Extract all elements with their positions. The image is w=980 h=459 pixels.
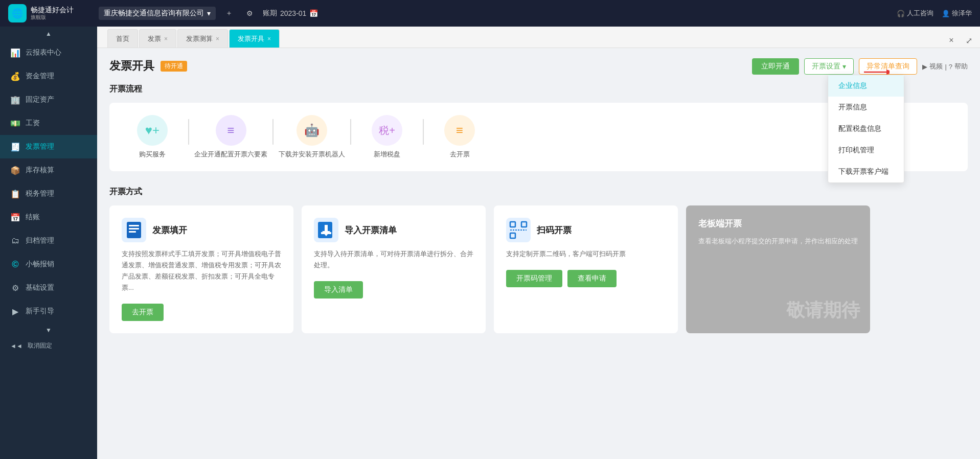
process-step-2: ≡ 企业开通配置开票六要素 [194,115,267,159]
process-step-3: 🤖 下载并安装开票机器人 [279,115,345,159]
top-bar: 🌐 畅捷通好会计 旗舰版 重庆畅捷交通信息咨询有限公司 ▾ ＋ ⚙ 账期 202… [0,0,980,27]
tab-invoice-issue[interactable]: 发票开具 × [229,29,280,48]
tab-invoice-issue-close[interactable]: × [267,35,271,42]
import-invoice-icon [314,218,338,242]
unpin-button[interactable]: ◄◄ 取消固定 [0,337,97,354]
process-step-4: 税+ 新增税盘 [356,115,418,159]
sidebar-scroll-down[interactable]: ▼ [0,323,97,337]
step5-icon: ≡ [444,115,475,146]
sidebar-item-xiao-report[interactable]: © 小畅报销 [0,253,97,276]
scan-invoice-title: 扫码开票 [537,224,572,236]
import-invoice-title: 导入开票清单 [345,224,397,236]
sidebar-item-cloud-report[interactable]: 📊 云报表中心 [0,41,97,64]
fixed-assets-icon: 🏢 [10,95,20,105]
tab-invoice-label: 发票 [148,34,161,43]
support-button[interactable]: 🎧 人工咨询 [897,9,933,18]
sidebar-item-fixed-assets[interactable]: 🏢 固定资产 [0,88,97,111]
fill-invoice-card: 发票填开 支持按照发票样式手工填开发票；可开具增值税电子普通发票、增值税普通发票… [109,205,293,333]
video-help-area: ▶ 视频 | ? 帮助 [922,62,968,71]
period-value: 2023-01 [280,9,306,17]
scan-invoice-buttons: 开票码管理 查看申请 [506,266,666,287]
settings-icon[interactable]: ⚙ [242,6,257,20]
dropdown-tax-config[interactable]: 配置税盘信息 [828,118,904,140]
sidebar-item-inventory[interactable]: 📦 库存核算 [0,158,97,182]
sidebar-label-settings: 基础设置 [26,283,54,292]
scan-invoice-header: 扫码开票 [506,218,666,242]
process-step-5: ≡ 去开票 [429,115,490,159]
settlement-icon: 📅 [10,212,20,222]
qr-manage-button[interactable]: 开票码管理 [506,270,562,287]
svg-rect-2 [127,222,141,238]
divider: | [945,63,946,71]
dropdown-download-client[interactable]: 下载开票客户端 [828,161,904,182]
svg-rect-4 [129,228,139,230]
fill-invoice-desc: 支持按照发票样式手工填开发票；可开具增值税电子普通发票、增值税普通发票、增值税专… [122,248,281,293]
dropdown-invoice-info[interactable]: 开票信息 [828,97,904,118]
tab-home[interactable]: 首页 [107,29,138,48]
overlay-text: 敬请期待 [786,298,860,323]
tab-close-all[interactable]: × [944,33,959,48]
step3-label: 下载并安装开票机器人 [279,150,345,159]
step4-icon: 税+ [372,115,402,146]
step1-icon: ♥+ [137,115,168,146]
import-invoice-button[interactable]: 导入清单 [314,281,363,299]
settings-icon: ⚙ [10,283,20,293]
step-divider-2 [272,119,274,145]
sidebar-item-settings[interactable]: ⚙ 基础设置 [0,276,97,300]
support-label: 人工咨询 [907,9,933,18]
step-divider-4 [423,119,424,145]
video-label[interactable]: 视频 [929,62,943,71]
chevron-down-icon: ▾ [207,9,211,17]
sidebar-item-tax[interactable]: 📋 税务管理 [0,182,97,205]
import-invoice-desc: 支持导入待开票清单，可对待开票清单进行拆分、合并处理。 [314,248,473,271]
add-button[interactable]: ＋ [222,6,236,20]
boss-invoice-card: 老板端开票 查看老板端小程序提交的开票申请，并作出相应的处理 敬请期待 [686,205,870,333]
step2-icon: ≡ [216,115,246,146]
sidebar-item-invoice[interactable]: 🧾 发票管理 [0,135,97,158]
view-apply-button[interactable]: 查看申请 [567,270,617,287]
activate-button[interactable]: 立即开通 [752,58,799,75]
svg-rect-9 [510,222,515,227]
xiao-report-icon: © [10,259,20,269]
scan-invoice-desc: 支持定制开票二维码，客户端可扫码开票 [506,248,666,260]
calendar-icon[interactable]: 📅 [309,9,318,17]
tab-invoice[interactable]: 发票 × [139,29,176,48]
fill-invoice-icon [122,218,146,242]
step-divider-1 [188,119,189,145]
dropdown-printer[interactable]: 打印机管理 [828,140,904,161]
question-icon: ? [949,63,952,71]
company-selector[interactable]: 重庆畅捷交通信息咨询有限公司 ▾ [99,7,216,20]
step1-label: 购买服务 [139,150,166,159]
sidebar-label-fixed-assets: 固定资产 [26,95,54,104]
user-profile[interactable]: 👤 徐泽华 [942,9,972,18]
sidebar-label-settlement: 结账 [26,213,40,222]
fill-invoice-button[interactable]: 去开票 [122,304,164,321]
tab-expand[interactable]: ⤢ [962,33,976,48]
tab-invoice-calc[interactable]: 发票测算 × [177,29,228,48]
sidebar-label-capital: 资金管理 [26,72,54,81]
sidebar-label-cloud-report: 云报表中心 [26,48,61,57]
company-name: 重庆畅捷交通信息咨询有限公司 [104,9,204,18]
invoice-settings-button[interactable]: 开票设置 ▾ [804,58,854,75]
sidebar-label-tax: 税务管理 [26,189,54,198]
archive-icon: 🗂 [10,236,20,246]
page-toolbar: 立即开通 开票设置 ▾ 异常清单查询 ▶ 视频 | ? 帮助 [752,58,968,75]
tab-invoice-calc-close[interactable]: × [216,35,219,42]
logo-icon: 🌐 [8,4,27,22]
content-area: 首页 发票 × 发票测算 × 发票开具 × × ⤢ [97,27,980,459]
sidebar-item-payroll[interactable]: 💵 工资 [0,111,97,135]
unpin-label: 取消固定 [28,341,52,350]
sidebar-item-settlement[interactable]: 📅 结账 [0,205,97,229]
dropdown-menu: 企业信息 开票信息 配置税盘信息 打印机管理 下载开票客户端 [828,75,904,183]
sidebar-scroll-up[interactable]: ▲ [0,27,97,41]
help-label[interactable]: 帮助 [954,62,968,71]
sidebar-item-archive[interactable]: 🗂 归档管理 [0,229,97,253]
sidebar-item-capital[interactable]: 💰 资金管理 [0,64,97,88]
svg-rect-3 [129,225,139,226]
svg-rect-10 [521,222,527,227]
boss-invoice-desc: 查看老板端小程序提交的开票申请，并作出相应的处理 [698,236,858,247]
play-icon: ▶ [922,63,927,71]
tab-invoice-close[interactable]: × [164,35,168,42]
sidebar-item-guide[interactable]: ▶ 新手引导 [0,300,97,323]
import-invoice-card: 导入开票清单 支持导入待开票清单，可对待开票清单进行拆分、合并处理。 导入清单 [302,205,486,333]
